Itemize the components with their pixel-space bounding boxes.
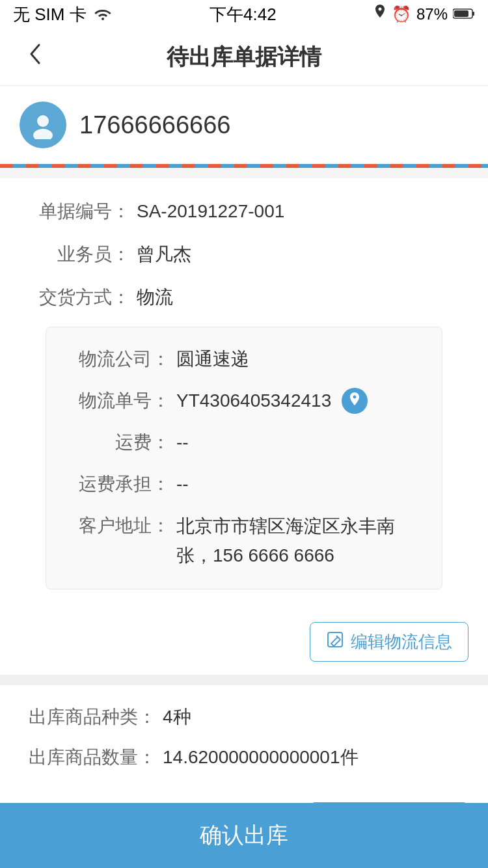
logistics-tracking-label: 物流单号： xyxy=(66,387,170,414)
edit-icon xyxy=(326,631,344,653)
confirm-button-bar[interactable]: 确认出库 xyxy=(0,803,488,868)
logistics-company-row: 物流公司： 圆通速递 xyxy=(66,346,422,373)
salesman-label: 业务员： xyxy=(26,241,130,268)
stripe-divider xyxy=(0,164,488,168)
tracking-location-icon[interactable] xyxy=(342,388,368,414)
freight-label: 运费： xyxy=(66,429,170,456)
order-no-row: 单据编号： SA-20191227-001 xyxy=(26,198,462,225)
logistics-tracking-value: YT4306405342413 xyxy=(176,387,422,414)
goods-section: 出库商品种类： 4种 出库商品数量： 14.620000000000001件 xyxy=(0,685,488,789)
order-no-value: SA-20191227-001 xyxy=(137,198,462,225)
salesman-value: 曾凡杰 xyxy=(137,241,462,268)
goods-type-value: 4种 xyxy=(163,705,191,729)
edit-logistics-button[interactable]: 编辑物流信息 xyxy=(310,622,468,662)
status-bar: 无 SIM 卡 下午4:42 ⏰ 87% xyxy=(0,0,488,29)
order-no-label: 单据编号： xyxy=(26,198,130,225)
delivery-label: 交货方式： xyxy=(26,284,130,311)
svg-point-4 xyxy=(33,129,53,139)
alarm-icon: ⏰ xyxy=(392,5,411,23)
goods-quantity-value: 14.620000000000001件 xyxy=(163,745,359,770)
freight-bearer-row: 运费承担： -- xyxy=(66,470,422,498)
delivery-row: 交货方式： 物流 xyxy=(26,284,462,311)
nav-bar: 待出库单据详情 xyxy=(0,29,488,86)
logistics-company-label: 物流公司： xyxy=(66,346,170,373)
back-button[interactable] xyxy=(20,33,51,81)
edit-logistics-label: 编辑物流信息 xyxy=(351,631,452,653)
sim-status: 无 SIM 卡 xyxy=(13,3,87,26)
goods-quantity-row: 出库商品数量： 14.620000000000001件 xyxy=(26,745,462,770)
freight-bearer-value: -- xyxy=(176,470,422,498)
confirm-btn-label: 确认出库 xyxy=(200,821,288,850)
wifi-icon xyxy=(93,5,113,25)
logistics-card: 物流公司： 圆通速递 物流单号： YT4306405342413 运费： -- … xyxy=(46,327,442,590)
logistics-tracking-row: 物流单号： YT4306405342413 xyxy=(66,387,422,414)
order-info-section: 单据编号： SA-20191227-001 业务员： 曾凡杰 交货方式： 物流 … xyxy=(0,178,488,609)
status-left: 无 SIM 卡 xyxy=(13,3,113,26)
address-value: 北京市市辖区海淀区永丰南 张，156 6666 6666 xyxy=(176,512,422,571)
location-icon xyxy=(373,5,386,24)
svg-point-3 xyxy=(37,115,49,127)
svg-rect-2 xyxy=(454,10,468,17)
salesman-row: 业务员： 曾凡杰 xyxy=(26,241,462,268)
status-time: 下午4:42 xyxy=(210,3,277,26)
avatar xyxy=(20,102,66,148)
freight-value: -- xyxy=(176,429,422,456)
customer-phone: 17666666666 xyxy=(79,111,230,139)
section-divider-1 xyxy=(0,675,488,685)
freight-bearer-label: 运费承担： xyxy=(66,470,170,498)
goods-quantity-label: 出库商品数量： xyxy=(26,745,156,770)
freight-row: 运费： -- xyxy=(66,429,422,456)
address-row: 客户地址： 北京市市辖区海淀区永丰南 张，156 6666 6666 xyxy=(66,512,422,571)
goods-type-label: 出库商品种类： xyxy=(26,705,156,729)
customer-header: 17666666666 xyxy=(0,86,488,164)
logistics-company-value: 圆通速递 xyxy=(176,346,422,373)
goods-type-row: 出库商品种类： 4种 xyxy=(26,705,462,729)
battery-icon xyxy=(453,5,475,23)
status-right: ⏰ 87% xyxy=(373,5,475,24)
edit-btn-row: 编辑物流信息 xyxy=(0,609,488,675)
page-title: 待出库单据详情 xyxy=(167,42,321,72)
svg-rect-1 xyxy=(472,12,474,16)
address-label: 客户地址： xyxy=(66,512,170,539)
delivery-value: 物流 xyxy=(137,284,462,311)
battery-text: 87% xyxy=(416,5,448,23)
